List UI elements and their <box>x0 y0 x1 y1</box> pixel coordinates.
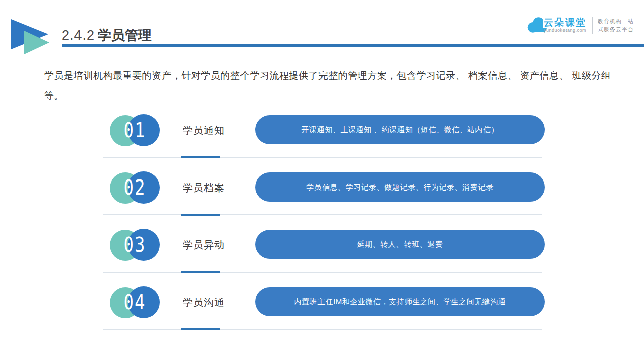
row-label: 学员档案 <box>181 171 226 204</box>
logo-text-block: 云朵课堂 yunduoketang.com <box>543 18 586 33</box>
row-detail-pill: 开课通知、上课通知 、约课通知（短信、微信、站内信） <box>255 115 545 144</box>
row-label: 学员沟通 <box>181 286 226 318</box>
section-number: 2.4.2 <box>62 28 95 43</box>
row-label: 学员通知 <box>181 114 226 146</box>
divider-accent <box>181 328 220 330</box>
logo-domain: yunduoketang.com <box>543 28 586 33</box>
row-detail-text: 延期、转人、转班、退费 <box>357 240 443 249</box>
logo-tagline-line2: 式服务云平台 <box>598 25 634 33</box>
row-detail-pill: 内置班主任IM和企业微信，支持师生之间、学生之间无缝沟通 <box>255 287 545 316</box>
title-underline <box>62 44 644 47</box>
row-detail-text: 内置班主任IM和企业微信，支持师生之间、学生之间无缝沟通 <box>294 297 506 307</box>
row-detail-text: 学员信息、学习记录、做题记录、行为记录、消费记录 <box>306 183 494 192</box>
slide: 2.4.2学员管理 云朵课堂 yunduoketang.com 教育机构一站 式… <box>0 0 644 362</box>
divider-accent <box>181 156 220 158</box>
logo-tagline-line1: 教育机构一站 <box>598 17 634 25</box>
row-divider <box>103 214 542 215</box>
row-divider <box>103 157 542 158</box>
row-number: 01 <box>110 111 160 149</box>
divider-accent <box>181 271 220 273</box>
row-detail-pill: 学员信息、学习记录、做题记录、行为记录、消费记录 <box>255 172 545 202</box>
number-badge: 04 <box>110 286 160 319</box>
feature-row-archive: 02 学员档案 学员信息、学习记录、做题记录、行为记录、消费记录 <box>0 171 644 229</box>
row-detail-pill: 延期、转人、转班、退费 <box>255 230 545 259</box>
description-text: 学员是培训机构最重要的资产，针对学员的整个学习流程提供了完整的管理方案，包含学习… <box>44 66 611 105</box>
feature-row-notify: 01 学员通知 开课通知、上课通知 、约课通知（短信、微信、站内信） <box>0 114 644 171</box>
brand-logo: 云朵课堂 yunduoketang.com 教育机构一站 式服务云平台 <box>527 15 634 35</box>
row-number: 04 <box>110 283 160 321</box>
logo-name: 云朵课堂 <box>543 18 586 28</box>
row-number: 03 <box>110 226 160 264</box>
row-divider <box>103 272 542 273</box>
number-badge: 03 <box>110 229 160 262</box>
row-detail-text: 开课通知、上课通知 、约课通知（短信、微信、站内信） <box>301 125 499 135</box>
divider-accent <box>181 214 220 216</box>
row-number: 02 <box>110 168 160 207</box>
feature-row-communicate: 04 学员沟通 内置班主任IM和企业微信，支持师生之间、学生之间无缝沟通 <box>0 286 644 343</box>
number-badge: 02 <box>110 171 160 205</box>
logo-tagline: 教育机构一站 式服务云平台 <box>598 17 634 33</box>
row-divider <box>103 329 542 330</box>
logo-divider <box>592 17 593 34</box>
row-label: 学员异动 <box>181 229 226 261</box>
feature-row-change: 03 学员异动 延期、转人、转班、退费 <box>0 229 644 286</box>
number-badge: 01 <box>110 114 160 147</box>
section-title: 学员管理 <box>98 28 152 43</box>
page-title: 2.4.2学员管理 <box>62 26 152 44</box>
